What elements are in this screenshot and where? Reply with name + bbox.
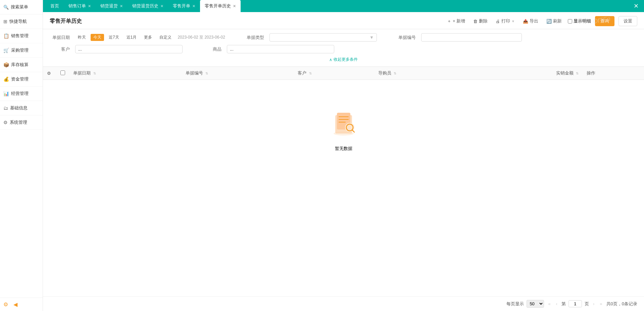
customer-select[interactable]: ...	[75, 45, 183, 53]
next-page-btn[interactable]: ›	[592, 301, 596, 307]
refresh-button[interactable]: 🔄 刷新	[544, 17, 564, 25]
per-page-label: 每页显示	[506, 301, 524, 307]
sidebar-label-operations: 经营管理	[11, 91, 29, 97]
add-icon: ＋	[447, 18, 451, 24]
customer-select-dots: ...	[78, 47, 82, 52]
date-filter-group: 昨天 今天 近7天 近1月 更多 自定义 2023-06-02 至 2023-0…	[75, 34, 225, 41]
sidebar-item-finance[interactable]: 💰 资金管理	[0, 72, 43, 87]
guide-col-header[interactable]: 导购员 ⇅	[374, 67, 470, 80]
date-custom-btn[interactable]: 自定义	[157, 34, 174, 41]
date-sort-icon: ⇅	[93, 71, 96, 75]
sidebar-item-basic-info[interactable]: 🗂 基础信息	[0, 101, 43, 115]
goods-select[interactable]: ...	[227, 45, 334, 53]
goods-select-dots: ...	[230, 47, 234, 52]
per-page-select[interactable]: 50 10 20 100	[527, 300, 544, 308]
query-button[interactable]: 查询	[595, 16, 614, 26]
date-yesterday-btn[interactable]: 昨天	[75, 34, 89, 41]
sidebar-item-inventory[interactable]: 📦 库存核算	[0, 58, 43, 72]
date-today-btn[interactable]: 今天	[91, 34, 104, 41]
collapse-label: 收起更多条件	[334, 57, 358, 62]
tab-close-retail-open-history[interactable]: ✕	[233, 4, 236, 8]
delete-button[interactable]: 🗑 删除	[471, 17, 490, 25]
print-dropdown-icon: ▼	[511, 19, 515, 23]
collapse-sidebar-icon[interactable]: ◀	[13, 301, 17, 308]
goods-filter-label: 商品	[201, 46, 221, 52]
collapse-filter-btn[interactable]: ∧ 收起更多条件	[50, 57, 637, 62]
customer-col-label: 客户	[298, 70, 306, 75]
customer-col-header[interactable]: 客户 ⇅	[294, 67, 374, 80]
sidebar-icon-inventory: 📦	[3, 62, 9, 67]
data-table: ⚙ 单据日期 ⇅ 单据编号 ⇅ 客户 ⇅	[43, 67, 644, 80]
date-7days-btn[interactable]: 近7天	[106, 34, 122, 41]
date-col-header[interactable]: 单据日期 ⇅	[69, 67, 182, 80]
number-col-header[interactable]: 单据编号 ⇅	[182, 67, 294, 80]
number-filter-label: 单据编号	[396, 35, 416, 41]
sidebar-label-purchase-mgmt: 采购管理	[11, 47, 29, 53]
tab-retail-open-history[interactable]: 零售开单历史✕	[200, 0, 241, 12]
tab-close-sales-return[interactable]: ✕	[120, 4, 123, 8]
sidebar-icon-operations: 📊	[3, 91, 9, 96]
page-header: 零售开单历史 ＋ + 新增 🗑 删除 🖨 打印 ▼ 📤 导出 🔄 刷新	[43, 12, 644, 29]
tab-retail-open[interactable]: 零售开单✕	[168, 0, 200, 12]
sidebar-item-quick-nav[interactable]: ⊞ 快捷导航	[0, 14, 43, 29]
sidebar-icon-finance: 💰	[3, 76, 9, 82]
tab-label-retail-open: 零售开单	[173, 3, 190, 9]
empty-state: 暂无数据	[43, 80, 644, 178]
sidebar-item-operations[interactable]: 📊 经营管理	[0, 87, 43, 101]
sidebar-label-system-mgmt: 系统管理	[10, 119, 27, 125]
tab-sales-return-history[interactable]: 销货退货历史✕	[128, 0, 168, 12]
sidebar-label-basic-info: 基础信息	[10, 105, 28, 111]
sidebar-search[interactable]: 🔍 搜索菜单	[0, 0, 43, 14]
toolbar: ＋ + 新增 🗑 删除 🖨 打印 ▼ 📤 导出 🔄 刷新	[445, 16, 637, 26]
type-select-arrow: ▼	[369, 35, 374, 40]
display-detail-checkbox-label[interactable]: 显示明细	[568, 18, 591, 24]
table-area: ⚙ 单据日期 ⇅ 单据编号 ⇅ 客户 ⇅	[43, 67, 644, 296]
sidebar-item-system-mgmt[interactable]: ⚙ 系统管理	[0, 115, 43, 130]
sidebar-label-sales-mgmt: 销售管理	[11, 33, 29, 39]
select-all-checkbox[interactable]	[60, 70, 65, 75]
prev-page-btn[interactable]: ‹	[555, 301, 559, 307]
tab-close-sales-return-history[interactable]: ✕	[160, 4, 163, 8]
sidebar-icon-basic-info: 🗂	[3, 105, 8, 111]
window-close-button[interactable]: ✕	[631, 2, 641, 10]
print-button[interactable]: 🖨 打印 ▼	[494, 17, 517, 25]
page-input[interactable]	[568, 300, 582, 307]
print-icon: 🖨	[496, 19, 500, 24]
amount-col-header[interactable]: 实销金额 ⇅	[470, 67, 583, 80]
ops-col-header: 操作	[583, 67, 644, 80]
display-detail-checkbox[interactable]	[568, 19, 572, 23]
refresh-icon: 🔄	[546, 19, 552, 24]
sidebar-label-inventory: 库存核算	[11, 62, 29, 68]
tab-close-sales-order[interactable]: ✕	[88, 4, 91, 8]
sidebar-icon-system-mgmt: ⚙	[3, 120, 8, 125]
settings-button[interactable]: 设置	[618, 16, 637, 26]
page-title: 零售开单历史	[50, 18, 445, 25]
tab-home[interactable]: 首页	[46, 0, 64, 12]
type-select[interactable]: ▼	[269, 33, 377, 42]
sidebar-item-purchase-mgmt[interactable]: 🛒 采购管理	[0, 43, 43, 58]
date-more-btn[interactable]: 更多	[141, 34, 155, 41]
sidebar: 🔍 搜索菜单 ⊞ 快捷导航 📋 销售管理 🛒 采购管理 📦 库存核算 💰 资金管…	[0, 0, 43, 311]
tab-sales-order[interactable]: 销售订单✕	[64, 0, 96, 12]
empty-illustration	[327, 107, 360, 140]
number-filter-input[interactable]	[421, 33, 522, 42]
guide-col-label: 导购员	[378, 70, 391, 75]
sidebar-search-label: 搜索菜单	[11, 4, 28, 10]
date-1month-btn[interactable]: 近1月	[124, 34, 140, 41]
settings-icon[interactable]: ⚙	[3, 301, 8, 308]
page-suffix: 页	[585, 301, 589, 307]
amount-col-label: 实销金额	[556, 70, 574, 75]
date-col-label: 单据日期	[73, 70, 91, 75]
settings-col-header[interactable]: ⚙	[43, 67, 56, 80]
sidebar-icon-purchase-mgmt: 🛒	[3, 48, 9, 53]
collapse-icon: ∧	[329, 57, 332, 62]
tab-close-retail-open[interactable]: ✕	[192, 4, 195, 8]
tab-sales-return[interactable]: 销货退货✕	[96, 0, 128, 12]
first-page-btn[interactable]: «	[547, 301, 552, 307]
last-page-btn[interactable]: »	[598, 301, 603, 307]
add-button[interactable]: ＋ + 新增	[445, 17, 467, 25]
checkbox-col-header[interactable]	[56, 67, 69, 80]
table-settings-icon[interactable]: ⚙	[47, 71, 51, 76]
sidebar-item-sales-mgmt[interactable]: 📋 销售管理	[0, 29, 43, 43]
export-button[interactable]: 📤 导出	[521, 17, 540, 25]
